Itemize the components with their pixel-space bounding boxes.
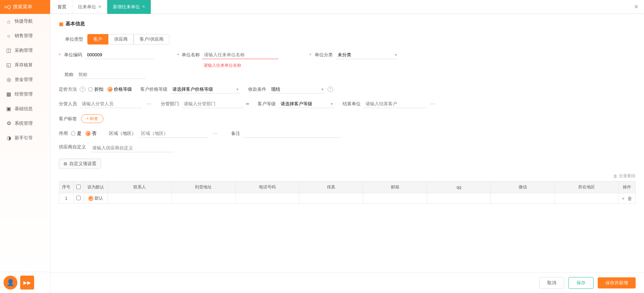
sidebar-item-basic-info[interactable]: ▣ 基础信息 [0, 101, 50, 116]
manager-dots-btn[interactable]: ··· [145, 101, 152, 107]
tab-partner-label: 往来单位 [78, 4, 96, 10]
unit-name-error: 请输入往来单位名称 [204, 63, 241, 68]
tabbar-close-btn[interactable]: ✕ [630, 3, 643, 10]
sidebar-item-purchase[interactable]: ◫ 采购管理 [0, 43, 50, 58]
pricing-method-label: 定价方法 [59, 86, 77, 92]
th-region: 所在地区 [555, 181, 618, 193]
gear-icon: ⚙ [63, 161, 68, 166]
batch-delete-button[interactable]: 🗑 批量删除 [613, 173, 636, 179]
sidebar-item-operations[interactable]: ▦ 经营管理 [0, 87, 50, 101]
th-wechat: 微信 [491, 181, 555, 193]
row-add-btn[interactable]: + [622, 196, 625, 201]
basic-info-icon: ▣ [6, 106, 12, 112]
row-default-radio[interactable]: 默认 [86, 195, 105, 201]
row-region-input[interactable] [557, 196, 616, 201]
unit-name-input[interactable] [202, 51, 278, 59]
row-fax-input[interactable] [301, 196, 361, 201]
type-btn-supplier[interactable]: 供应商 [108, 34, 134, 44]
settlement-label: 结算单位 [343, 101, 361, 107]
unit-category-select[interactable]: 未分类 [336, 51, 398, 59]
sidebar-search-label: 搜索菜单 [13, 4, 32, 10]
unit-code-input[interactable] [85, 51, 155, 59]
supplier-custom-input[interactable] [90, 144, 174, 152]
region-input[interactable] [139, 129, 209, 138]
row-contact[interactable] [108, 193, 171, 204]
row-delete-btn[interactable]: 🗑 [627, 196, 632, 201]
unit-type-buttons: 客户 供应商 客户/供应商 [87, 34, 170, 44]
tab-home[interactable]: 首页 [52, 0, 72, 14]
row-address[interactable] [172, 193, 235, 204]
disable-radio-no-circle [86, 131, 91, 136]
pricing-radio-level[interactable]: 价格等级 [108, 86, 132, 92]
row-checkbox-input[interactable] [76, 196, 81, 200]
tab-partner-close[interactable]: ✕ [98, 5, 101, 9]
type-btn-customer[interactable]: 客户 [87, 34, 108, 44]
row-contact-input[interactable] [110, 196, 169, 201]
dept-dropdown-arrow[interactable]: ▾ [247, 101, 249, 106]
sidebar-item-quick-nav[interactable]: ⌂ 快捷导航 [0, 14, 50, 29]
customer-level-select[interactable]: 请选择客户等级 [278, 100, 334, 108]
sidebar-item-sales[interactable]: ○ 销售管理 [0, 29, 50, 43]
manager-input[interactable] [80, 100, 142, 108]
disable-field: 停用 是 否 [59, 130, 96, 137]
customer-price-select[interactable]: 请选择客户价格等级 [170, 85, 240, 93]
region-label: 区域（地区） [109, 130, 136, 137]
pricing-help-icon[interactable]: ? [80, 87, 85, 92]
select-all-checkbox[interactable] [76, 185, 81, 189]
customer-tag-row: 客户标签 + 标签 [59, 114, 636, 123]
manager-row: 分管人员 ··· 分管部门 ▾ 客户等级 请选择客户等级 [59, 100, 636, 108]
type-btn-both[interactable]: 客户/供应商 [134, 34, 170, 44]
row-email-input[interactable] [365, 196, 424, 201]
home-icon: ⌂ [6, 18, 12, 24]
sidebar-item-label: 资金管理 [15, 76, 33, 83]
tag-add-button[interactable]: + 标签 [81, 114, 103, 123]
sidebar-item-system[interactable]: ⚙ 系统管理 [0, 116, 50, 131]
row-qq[interactable] [427, 193, 490, 204]
sidebar-item-finance[interactable]: ◎ 资金管理 [0, 72, 50, 87]
row-region[interactable] [555, 193, 618, 204]
th-fax: 传真 [299, 181, 363, 193]
finance-icon: ◎ [6, 76, 12, 83]
dept-input[interactable] [182, 100, 244, 108]
disable-radio-no[interactable]: 否 [86, 130, 96, 137]
sidebar: ≡Q 搜索菜单 ⌂ 快捷导航 ○ 销售管理 ◫ 采购管理 ◱ 库存核算 ◎ 资金… [0, 0, 50, 293]
payment-terms-select[interactable]: 现结 [269, 85, 325, 93]
settlement-dots-btn[interactable]: ··· [429, 101, 436, 107]
row-fax[interactable] [299, 193, 363, 204]
sidebar-search[interactable]: ≡Q 搜索菜单 [0, 0, 50, 14]
customer-price-field: 客户价格等级 请选择客户价格等级 [140, 85, 240, 93]
save-add-button[interactable]: 保存并新增 [598, 277, 636, 288]
row-phone-input[interactable] [238, 196, 297, 201]
tab-new-partner-close[interactable]: ✕ [142, 5, 145, 9]
row-email[interactable] [363, 193, 427, 204]
sidebar-extra-btn[interactable]: ▶▶ [20, 276, 34, 290]
pricing-radio-discount[interactable]: 折扣 [88, 86, 103, 92]
disable-radio-yes[interactable]: 是 [71, 130, 81, 137]
sidebar-item-inventory[interactable]: ◱ 库存核算 [0, 58, 50, 72]
settlement-input[interactable] [363, 100, 426, 108]
tab-partner[interactable]: 往来单位 ✕ [72, 0, 107, 14]
pricing-method-field: 定价方法 ? 折扣 价格等级 [59, 86, 132, 92]
purchase-icon: ◫ [6, 47, 12, 54]
short-name-input[interactable] [76, 71, 146, 79]
row-phone[interactable] [235, 193, 299, 204]
unit-code-label: 单位编码 [64, 52, 82, 58]
th-checkbox[interactable] [73, 181, 84, 193]
payment-help-icon[interactable]: ? [328, 87, 333, 92]
row-address-input[interactable] [174, 196, 233, 201]
row-wechat[interactable] [491, 193, 555, 204]
sidebar-item-guide[interactable]: ◑ 新手引导 [0, 131, 50, 145]
unit-info-row: * 单位编码 * 单位名称 请输入往来单位名称 * 单位分类 未分类 [59, 51, 636, 68]
custom-settings-button[interactable]: ⚙ 自定义项设置 [59, 158, 101, 169]
row-wechat-input[interactable] [493, 196, 552, 201]
remark-input[interactable] [243, 129, 340, 138]
row-checkbox[interactable] [73, 193, 84, 204]
region-dots-btn[interactable]: ··· [211, 130, 219, 137]
cancel-button[interactable]: 取消 [539, 277, 564, 289]
tab-new-partner[interactable]: 新增往来单位 ✕ [107, 0, 151, 14]
sidebar-bottom: 👤 ▶▶ [0, 272, 50, 293]
sidebar-user-btn[interactable]: 👤 [3, 276, 17, 290]
row-qq-input[interactable] [429, 196, 488, 201]
unit-type-row: 单位类型 客户 供应商 客户/供应商 [59, 34, 636, 44]
save-button[interactable]: 保存 [568, 277, 594, 289]
